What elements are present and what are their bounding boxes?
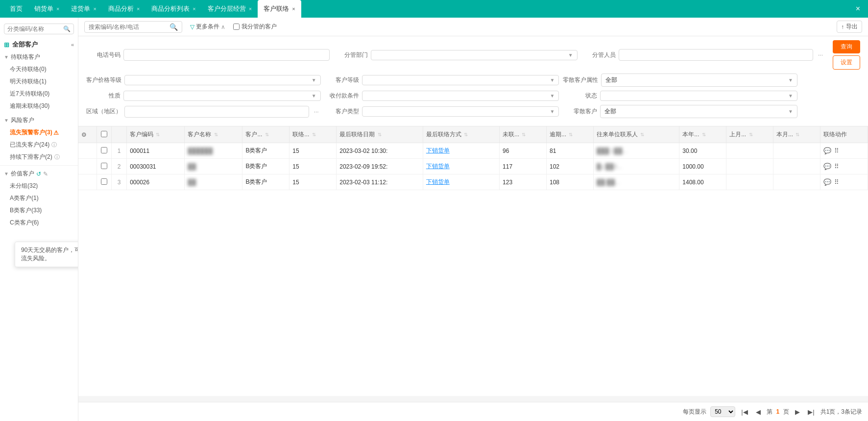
- filter-row-2: 客户价格等级 ▼ 客户等级 ▼ 零散客户属性 全部: [86, 74, 860, 87]
- sidebar-item-lost[interactable]: 已流失客户(24) ⓘ: [0, 139, 78, 151]
- sidebar-item-tomorrow[interactable]: 明天待联络(1): [0, 75, 78, 88]
- collapse-sidebar-icon[interactable]: «: [71, 42, 74, 48]
- th-config[interactable]: ⚙: [78, 126, 96, 143]
- tab-home[interactable]: 首页: [4, 0, 28, 18]
- sidebar-item-ungroup[interactable]: 未分组(32): [0, 180, 78, 192]
- action-chat-1[interactable]: 💬: [823, 163, 831, 170]
- th-last-month[interactable]: 上月... ⇅: [726, 126, 773, 143]
- th-name[interactable]: 客户名称 ⇅: [185, 126, 242, 143]
- tab-sales[interactable]: 销货单 ×: [28, 0, 65, 18]
- nature-select[interactable]: ▼: [123, 91, 321, 101]
- all-customers-header[interactable]: ⊞ 全部客户 «: [0, 38, 78, 51]
- th-contact[interactable]: 联络... ⇅: [289, 126, 337, 143]
- page-next-btn[interactable]: ▶: [793, 408, 802, 416]
- query-button[interactable]: 查询: [833, 40, 860, 53]
- th-uncontacted[interactable]: 未联... ⇅: [500, 126, 547, 143]
- action-more-1[interactable]: ⠿: [834, 163, 839, 170]
- my-customers-checkbox-area[interactable]: 我分管的客户: [233, 23, 277, 31]
- action-more-2[interactable]: ⠿: [834, 178, 839, 186]
- close-customer-connect-tab[interactable]: ×: [292, 6, 295, 12]
- sidebar-item-class-c[interactable]: C类客户(6): [0, 217, 78, 229]
- scrollbar-area[interactable]: [78, 396, 868, 402]
- price-level-select[interactable]: ▼: [124, 75, 321, 85]
- sidebar-item-class-a[interactable]: A类客户(1): [0, 192, 78, 204]
- th-this-year[interactable]: 本年... ⇅: [679, 126, 726, 143]
- value-refresh-icon[interactable]: ↺: [36, 171, 41, 177]
- sidebar-item-class-b[interactable]: B类客户(33): [0, 204, 78, 217]
- close-all-button[interactable]: ×: [852, 4, 864, 13]
- toolbar-search-box[interactable]: 🔍: [84, 21, 182, 33]
- close-analysis-list-tab[interactable]: ×: [193, 6, 195, 12]
- sidebar-item-churn-warning[interactable]: 流失预警客户(3) ⚠: [0, 126, 78, 139]
- th-overdue[interactable]: 逾期... ⇅: [547, 126, 594, 143]
- search-icon[interactable]: 🔍: [169, 23, 178, 31]
- manager-dots-btn[interactable]: ···: [816, 51, 825, 58]
- action-chat-2[interactable]: 💬: [823, 178, 831, 186]
- pending-group: ▼ 待联络客户 今天待联络(0) 明天待联络(1) 近7天待联络(0) 逾期未联…: [0, 51, 78, 112]
- value-group-header[interactable]: ▼ 价值客户 ↺ ✎: [0, 168, 78, 180]
- th-contact2[interactable]: 往来单位联系人 ⇅: [593, 126, 679, 143]
- page-last-btn[interactable]: ▶|: [806, 408, 816, 416]
- th-last-date[interactable]: 最后联络日期 ⇅: [337, 126, 423, 143]
- my-customers-checkbox[interactable]: [233, 24, 240, 30]
- tab-analysis[interactable]: 商品分析 ×: [102, 0, 145, 18]
- sidebar-item-declining[interactable]: 持续下滑客户(2) ⓘ: [0, 151, 78, 163]
- search-input[interactable]: [89, 24, 169, 30]
- lost-info-icon: ⓘ: [51, 141, 57, 149]
- page-first-btn[interactable]: |◀: [739, 408, 749, 416]
- pending-group-header[interactable]: ▼ 待联络客户: [0, 51, 78, 63]
- per-page-select[interactable]: 50 100 200: [710, 406, 735, 417]
- settings-button[interactable]: 设置: [833, 55, 860, 70]
- manager-input[interactable]: [619, 49, 813, 61]
- price-level-chevron-icon: ▼: [312, 77, 316, 83]
- region-input[interactable]: [124, 106, 309, 118]
- export-button[interactable]: ↑ 导出: [837, 21, 862, 33]
- customer-level-field: 客户等级 ▼: [325, 75, 559, 85]
- action-chat-0[interactable]: 💬: [823, 147, 831, 154]
- close-purchase-tab[interactable]: ×: [93, 6, 96, 12]
- sidebar-item-7days[interactable]: 近7天待联络(0): [0, 88, 78, 100]
- row-checkbox-1[interactable]: [101, 163, 107, 169]
- th-last-method[interactable]: 最后联络方式 ⇅: [423, 126, 499, 143]
- row-checkbox-2[interactable]: [101, 178, 107, 185]
- last-method-link-0[interactable]: 下销货单: [426, 147, 450, 154]
- sidebar-item-today[interactable]: 今天待联络(0): [0, 63, 78, 75]
- action-more-0[interactable]: ⠿: [834, 147, 839, 154]
- churn-group-header[interactable]: ▼ 风险客户: [0, 114, 78, 126]
- tab-customer-layer[interactable]: 客户分层经营 ×: [202, 0, 258, 18]
- row-checkbox-0[interactable]: [101, 147, 107, 153]
- more-filter-button[interactable]: ▽ 更多条件 ∧: [186, 21, 229, 32]
- status-select[interactable]: ▼: [600, 91, 797, 101]
- tab-purchase[interactable]: 进货单 ×: [65, 0, 102, 18]
- sidebar-search-icon[interactable]: 🔍: [63, 25, 71, 32]
- select-all-checkbox[interactable]: [101, 131, 107, 137]
- last-method-link-2[interactable]: 下销货单: [426, 178, 450, 185]
- close-analysis-tab[interactable]: ×: [137, 6, 140, 12]
- last-method-link-1[interactable]: 下销货单: [426, 163, 450, 170]
- dept-select[interactable]: ▼: [371, 50, 577, 60]
- this-month-sort-icon: ⇅: [796, 132, 799, 137]
- tab-customer-connect[interactable]: 客户联络 ×: [258, 0, 301, 18]
- retail-attr-select[interactable]: 全部 ▼: [601, 74, 797, 87]
- payment-select[interactable]: ▼: [362, 91, 559, 101]
- th-this-month[interactable]: 本月... ⇅: [773, 126, 820, 143]
- th-code[interactable]: 客户编码 ⇅: [127, 126, 185, 143]
- sidebar-search-box[interactable]: 🔍: [4, 24, 74, 34]
- sidebar-search-input[interactable]: [7, 25, 63, 32]
- close-customer-layer-tab[interactable]: ×: [249, 6, 252, 12]
- phone-input[interactable]: [123, 49, 330, 61]
- th-type[interactable]: 客户... ⇅: [242, 126, 289, 143]
- retail-customer-select[interactable]: 全部 ▼: [600, 105, 797, 118]
- page-prev-btn[interactable]: ◀: [754, 408, 763, 416]
- customer-level-select[interactable]: ▼: [362, 75, 559, 85]
- filter-row-1: 电话号码 分管部门 ▼ 分管人员 ··· 查询 设置: [86, 40, 860, 70]
- tab-analysis-list[interactable]: 商品分析列表 ×: [145, 0, 201, 18]
- manager-field: 分管人员 ···: [581, 49, 825, 61]
- sidebar-item-overdue[interactable]: 逾期未联络(30): [0, 100, 78, 112]
- this-year-sort-icon: ⇅: [702, 132, 706, 137]
- customer-type-select[interactable]: ▼: [362, 106, 559, 117]
- region-dots-btn[interactable]: ···: [312, 108, 321, 115]
- value-group: ▼ 价值客户 ↺ ✎ 未分组(32) A类客户(1) B类客户(33) C类客户…: [0, 168, 78, 229]
- close-sales-tab[interactable]: ×: [56, 6, 59, 12]
- value-edit-icon[interactable]: ✎: [43, 171, 48, 177]
